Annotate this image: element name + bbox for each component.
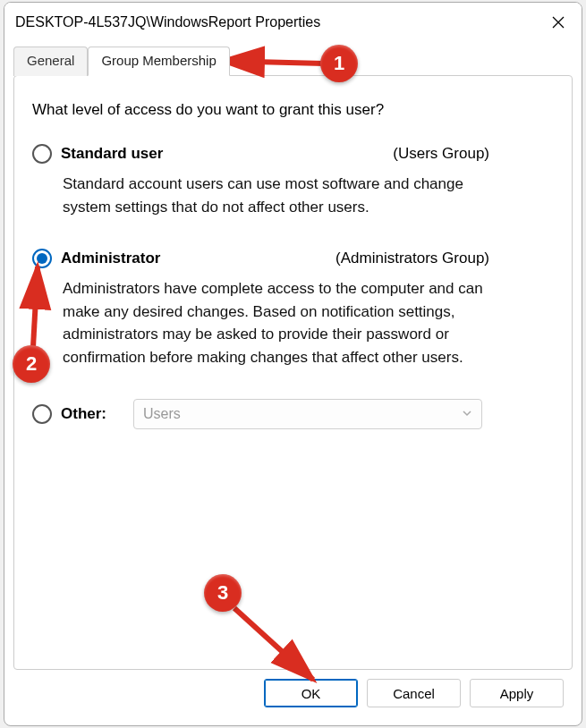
other-label: Other: [61, 405, 106, 423]
option-administrator: Administrator (Administrators Group) Adm… [32, 249, 554, 368]
dropdown-value: Users [143, 406, 181, 422]
tab-bar: General Group Membership [13, 46, 573, 75]
administrator-group: (Administrators Group) [335, 250, 554, 267]
access-question: What level of access do you want to gran… [32, 101, 554, 119]
close-icon [551, 15, 565, 30]
standard-user-description: Standard account users can use most soft… [63, 173, 554, 218]
close-button[interactable] [546, 10, 571, 35]
option-standard-header[interactable]: Standard user (Users Group) [32, 144, 554, 164]
cancel-button[interactable]: Cancel [367, 679, 461, 707]
tab-group-membership[interactable]: Group Membership [88, 47, 229, 76]
option-other: Other: Users [32, 399, 554, 429]
titlebar: DESKTOP-4L537JQ\WindowsReport Properties [4, 3, 582, 40]
administrator-label: Administrator [61, 250, 160, 267]
standard-user-group: (Users Group) [393, 145, 554, 163]
tab-panel: What level of access do you want to gran… [13, 75, 573, 670]
ok-button[interactable]: OK [264, 679, 358, 707]
radio-administrator[interactable] [32, 249, 52, 268]
option-admin-header[interactable]: Administrator (Administrators Group) [32, 249, 554, 268]
option-standard-user: Standard user (Users Group) Standard acc… [32, 144, 554, 218]
dialog-body: General Group Membership What level of a… [4, 40, 582, 725]
radio-standard-user[interactable] [32, 144, 52, 164]
window-title: DESKTOP-4L537JQ\WindowsReport Properties [15, 14, 320, 30]
button-bar: OK Cancel Apply [13, 670, 573, 716]
apply-button[interactable]: Apply [470, 679, 564, 707]
standard-user-label: Standard user [61, 145, 163, 163]
tab-general[interactable]: General [13, 47, 88, 76]
properties-dialog: DESKTOP-4L537JQ\WindowsReport Properties… [4, 2, 582, 726]
chevron-down-icon [462, 406, 472, 422]
radio-other[interactable] [32, 404, 52, 424]
administrator-description: Administrators have complete access to t… [63, 277, 554, 368]
other-group-dropdown[interactable]: Users [133, 399, 482, 429]
